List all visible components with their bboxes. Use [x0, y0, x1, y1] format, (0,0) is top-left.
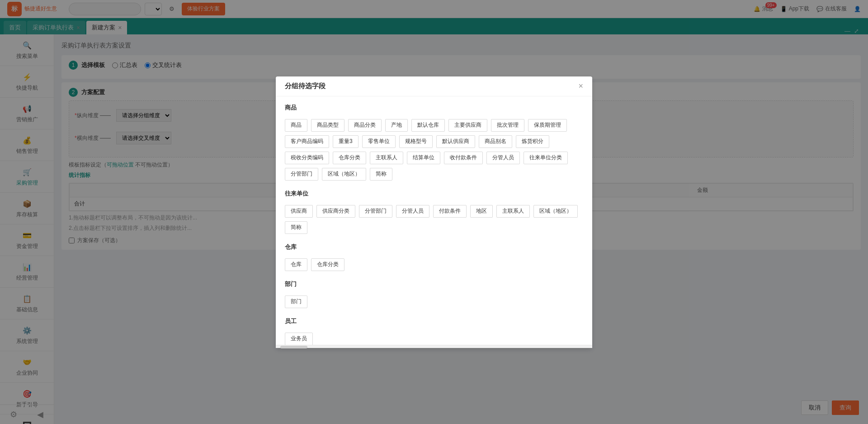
field-tag-settlement-unit[interactable]: 结算单位 [407, 152, 440, 164]
field-tag-warehouse-category[interactable]: 仓库分类 [333, 152, 366, 164]
field-tag-contact-unit-category[interactable]: 往来单位分类 [524, 152, 568, 164]
field-tag-area-contacts[interactable]: 区域（地区） [533, 205, 578, 218]
section-contacts: 往来单位 供应商 供应商分类 分管部门 分管人员 付款条件 地区 主联系人 区域… [285, 190, 583, 234]
field-tag-customer-goods-code[interactable]: 客户商品编码 [285, 135, 329, 148]
section-warehouse: 仓库 仓库 仓库分类 [285, 243, 583, 271]
field-tag-weight3[interactable]: 重量3 [333, 135, 359, 148]
section-staff-title: 员工 [285, 317, 583, 328]
section-warehouse-title: 仓库 [285, 243, 583, 254]
field-tag-lian-goods-pts[interactable]: 炼货积分 [516, 135, 549, 148]
dept-field-tags: 部门 [285, 295, 583, 308]
field-tag-main-contact2[interactable]: 主联系人 [496, 205, 530, 218]
modal-header: 分组待选字段 × [276, 76, 592, 96]
field-tag-manager-contacts[interactable]: 分管人员 [396, 205, 429, 218]
field-tag-goods-alias[interactable]: 商品别名 [479, 135, 512, 148]
field-tag-warehouse[interactable]: 仓库 [285, 258, 307, 271]
field-tag-dept-managed[interactable]: 分管部门 [285, 168, 318, 181]
warehouse-field-tags: 仓库 仓库分类 [285, 258, 583, 271]
modal-overlay: 分组待选字段 × 商品 商品 商品类型 商品分类 产地 默认仓库 主要供应商 批… [0, 0, 868, 424]
field-tag-salesperson[interactable]: 业务员 [285, 333, 313, 345]
field-tag-region-goods[interactable]: 区域（地区） [322, 168, 366, 181]
field-tag-tax-code[interactable]: 税收分类编码 [285, 152, 329, 164]
field-tag-spec-model[interactable]: 规格型号 [399, 135, 433, 148]
field-tag-payment-cond[interactable]: 付款条件 [433, 205, 467, 218]
field-tag-origin[interactable]: 产地 [385, 119, 408, 132]
field-tag-abbr-contacts[interactable]: 简称 [285, 221, 307, 234]
field-select-modal: 分组待选字段 × 商品 商品 商品类型 商品分类 产地 默认仓库 主要供应商 批… [276, 76, 592, 348]
staff-field-tags: 业务员 [285, 333, 583, 345]
field-tag-goods-type[interactable]: 商品类型 [311, 119, 344, 132]
field-tag-batch-mgmt[interactable]: 批次管理 [491, 119, 524, 132]
modal-h-scrollbar[interactable] [276, 345, 592, 348]
field-tag-default-supplier[interactable]: 默认供应商 [436, 135, 475, 148]
modal-title: 分组待选字段 [285, 82, 326, 91]
goods-field-tags: 商品 商品类型 商品分类 产地 默认仓库 主要供应商 批次管理 保质期管理 客户… [285, 119, 583, 181]
field-tag-goods[interactable]: 商品 [285, 119, 307, 132]
section-staff: 员工 业务员 [285, 317, 583, 345]
field-tag-goods-category[interactable]: 商品分类 [348, 119, 382, 132]
modal-h-scrollbar-thumb [280, 346, 307, 348]
field-tag-main-contact[interactable]: 主联系人 [370, 152, 403, 164]
field-tag-dept[interactable]: 部门 [285, 295, 307, 308]
field-tag-supplier-category[interactable]: 供应商分类 [316, 205, 355, 218]
section-dept: 部门 部门 [285, 280, 583, 308]
section-goods: 商品 商品 商品类型 商品分类 产地 默认仓库 主要供应商 批次管理 保质期管理… [285, 104, 583, 181]
section-dept-title: 部门 [285, 280, 583, 291]
field-tag-main-supplier[interactable]: 主要供应商 [448, 119, 487, 132]
field-tag-expiry-mgmt[interactable]: 保质期管理 [528, 119, 567, 132]
field-tag-warehouse-cat[interactable]: 仓库分类 [311, 258, 344, 271]
field-tag-dept-contacts[interactable]: 分管部门 [359, 205, 392, 218]
section-contacts-title: 往来单位 [285, 190, 583, 200]
field-tag-abbr-goods[interactable]: 简称 [370, 168, 392, 181]
field-tag-region-contacts[interactable]: 地区 [470, 205, 493, 218]
field-tag-supplier[interactable]: 供应商 [285, 205, 313, 218]
field-tag-payment-terms[interactable]: 收付款条件 [444, 152, 483, 164]
field-tag-default-warehouse[interactable]: 默认仓库 [411, 119, 445, 132]
modal-close-btn[interactable]: × [578, 82, 583, 90]
section-goods-title: 商品 [285, 104, 583, 114]
field-tag-retail-unit[interactable]: 零售单位 [362, 135, 396, 148]
modal-body: 商品 商品 商品类型 商品分类 产地 默认仓库 主要供应商 批次管理 保质期管理… [276, 96, 592, 345]
field-tag-manager[interactable]: 分管人员 [486, 152, 520, 164]
contacts-field-tags: 供应商 供应商分类 分管部门 分管人员 付款条件 地区 主联系人 区域（地区） … [285, 205, 583, 234]
